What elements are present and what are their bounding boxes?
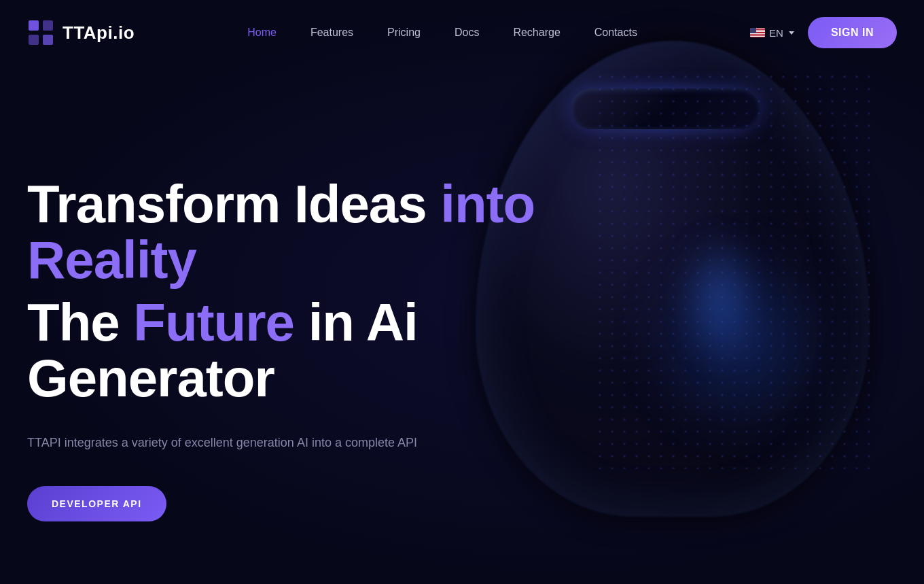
hero-section: TTApi.io Home Features Pricing Docs Rech… [0,0,924,584]
svg-rect-4 [43,20,53,31]
svg-rect-5 [43,35,53,45]
developer-api-button[interactable]: DEVELOPER API [27,486,166,521]
hero-content: Transform Ideas into Reality The Future … [27,177,544,521]
nav-link-pricing[interactable]: Pricing [387,27,421,38]
hero-title-line2: The Future in Ai Generator [27,295,544,407]
hero-title-line1: Transform Ideas into Reality [27,177,544,288]
nav-item-recharge[interactable]: Recharge [513,27,560,39]
nav-link-recharge[interactable]: Recharge [513,27,560,38]
svg-rect-2 [29,20,39,31]
svg-rect-3 [29,35,39,45]
nav-link-contacts[interactable]: Contacts [594,27,637,38]
lang-label: EN [769,27,783,39]
language-selector[interactable]: EN [750,27,794,39]
nav-item-docs[interactable]: Docs [455,27,479,39]
hero-title-highlight2: Future [133,292,294,352]
nav-link-docs[interactable]: Docs [455,27,479,38]
hero-title-line2-text: The [27,292,133,352]
nav-item-contacts[interactable]: Contacts [594,27,637,39]
navbar: TTApi.io Home Features Pricing Docs Rech… [0,0,924,65]
nav-link-features[interactable]: Features [310,27,353,38]
nav-item-pricing[interactable]: Pricing [387,27,421,39]
hero-subtitle: TTAPI integrates a variety of excellent … [27,434,544,452]
chevron-down-icon [789,31,794,35]
sign-in-button[interactable]: SIGN IN [808,17,897,48]
nav-item-home[interactable]: Home [247,27,277,39]
blue-glow-effect [639,238,842,442]
logo-text: TTApi.io [63,22,135,44]
nav-link-home[interactable]: Home [247,27,277,38]
logo-link[interactable]: TTApi.io [27,19,135,46]
us-flag-icon [750,28,765,37]
nav-links: Home Features Pricing Docs Recharge Cont… [247,27,637,39]
nav-item-features[interactable]: Features [310,27,353,39]
logo-icon [27,19,54,46]
nav-right: EN SIGN IN [750,17,897,48]
hero-title-line1-text: Transform Ideas [27,174,440,234]
